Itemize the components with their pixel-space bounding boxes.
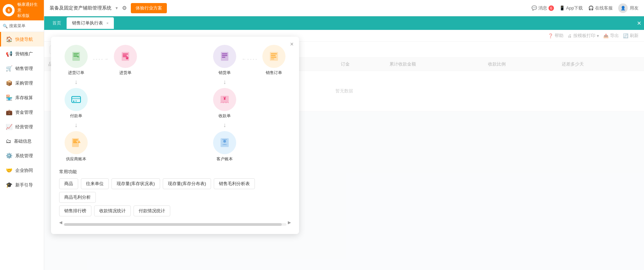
second-flow-col: 进货单 (108, 45, 142, 76)
panel-close-btn[interactable]: × (290, 41, 294, 48)
payment-icon: ¥ (70, 94, 82, 105)
logo-text-sub: 标准版 (17, 13, 41, 19)
user-area[interactable]: 👤 用友 (618, 3, 639, 13)
scroll-right-arrow[interactable]: ▶ (288, 220, 291, 225)
message-badge: 6 (549, 5, 554, 11)
tab-close-all-btn[interactable]: ✕ (637, 20, 641, 26)
supplier-account-icon (70, 137, 82, 148)
supplier-account-node[interactable]: 供应商账本 (65, 131, 88, 162)
sidebar-item-operations[interactable]: 📈 经营管理 (0, 120, 44, 134)
svg-point-23 (223, 140, 226, 143)
func-btn-sales-margin[interactable]: 销售毛利分析表 (214, 178, 255, 189)
svg-text:¥: ¥ (75, 100, 77, 103)
tab-bar: 首页 销售订单执行表 × ✕ (44, 16, 644, 30)
sales-bill-node[interactable]: 销货单 (213, 45, 236, 76)
service-icon: 🎧 (588, 5, 594, 11)
purchase-bill-node[interactable]: 进货单 (114, 45, 137, 76)
settings-icon[interactable]: ⚙ (122, 5, 127, 11)
svg-rect-11 (73, 140, 78, 140)
nav-label-guide: 新手引导 (15, 182, 33, 188)
sidebar-item-purchase[interactable]: 📦 采购管理 (0, 76, 44, 90)
func-btn-inventory-dist[interactable]: 现存量(库存分布表) (163, 178, 211, 189)
tab-close-btn[interactable]: × (106, 21, 108, 25)
search-label: 搜索菜单 (9, 23, 25, 29)
nav-label-enterprise: 企业协同 (15, 167, 33, 174)
nav-label-marketing: 营销推广 (15, 51, 33, 57)
svg-rect-17 (222, 53, 227, 54)
svg-rect-25 (271, 53, 277, 54)
arrow-v2: ↓ (223, 76, 226, 88)
nav-label-inventory: 库存核算 (15, 95, 33, 101)
app-download-btn[interactable]: 📱 App下载 (559, 5, 583, 11)
svg-rect-26 (271, 55, 276, 56)
func-btns-row2: 销售排行榜 收款情况统计 付款情况统计 (59, 205, 291, 216)
online-service-label: 在线客服 (595, 5, 613, 11)
arrow-v3: ↓ (75, 119, 78, 131)
receipt-bill-label: 收款单 (219, 113, 231, 119)
purchase-order-icon (70, 51, 82, 62)
sales-bill-circle (213, 45, 236, 68)
svg-rect-13 (73, 142, 77, 143)
nav-label-finance: 资金管理 (15, 109, 33, 115)
message-btn[interactable]: 💬 消息 6 (532, 5, 554, 11)
sales-order-icon (268, 51, 280, 62)
panel-scrollbar-row: ◀ ▶ (59, 219, 291, 226)
system-icon: ⚙️ (6, 152, 13, 159)
func-btn-goods[interactable]: 商品 (59, 178, 78, 189)
func-btn-sales-rank[interactable]: 销售排行榜 (59, 205, 91, 216)
sidebar-item-marketing[interactable]: 📢 营销推广 (0, 47, 44, 61)
sidebar: 6 畅康通好生意 标准版 🔍 搜索菜单 🏠 快捷导航 📢 营销推广 🛒 (0, 0, 44, 270)
sidebar-item-sales[interactable]: 🛒 销售管理 (0, 61, 44, 76)
func-btn-partners[interactable]: 往来单位 (81, 178, 109, 189)
third-flow-col: 销货单 ↓ ¥ (208, 45, 242, 162)
sidebar-item-system[interactable]: ⚙️ 系统管理 (0, 148, 44, 163)
supplier-account-label: 供应商账本 (66, 156, 86, 162)
trial-btn[interactable]: 体验行业方案 (131, 3, 167, 13)
expand-icon[interactable]: ▾ (116, 5, 118, 11)
sidebar-item-guide[interactable]: 🎓 新手引导 (0, 178, 44, 192)
purchase-icon: 📦 (6, 80, 13, 86)
svg-rect-12 (73, 141, 76, 142)
quick-guide-overlay: × (44, 30, 644, 270)
search-menu[interactable]: 🔍 搜索菜单 (0, 20, 44, 32)
func-btn-payment-stats[interactable]: 付款情况统计 (134, 205, 170, 216)
flow-diagram: 进货订单 ↓ ¥ (59, 45, 291, 162)
payment-label: 付款单 (70, 113, 82, 119)
operations-icon: 📈 (6, 124, 13, 130)
tab-sales-order-execution[interactable]: 销售订单执行表 × (67, 17, 114, 29)
func-btn-goods-margin[interactable]: 商品毛利分析 (59, 192, 96, 203)
arrow-h1-wrapper: - - - - → (93, 45, 108, 61)
tab-current-label: 销售订单执行表 (72, 20, 103, 26)
sales-order-node[interactable]: 销售订单 (262, 45, 285, 76)
online-service-btn[interactable]: 🎧 在线客服 (588, 5, 613, 11)
guide-icon: 🎓 (6, 182, 13, 188)
common-title: 常用功能 (59, 169, 291, 175)
brand-icon: 6 (5, 6, 13, 14)
func-btn-inventory-status[interactable]: 现存量(库存状况表) (111, 178, 160, 189)
svg-text:¥: ¥ (224, 96, 226, 101)
purchase-order-circle (65, 45, 88, 68)
payment-node[interactable]: ¥ 付款单 (65, 88, 88, 119)
sidebar-item-finance[interactable]: 💼 资金管理 (0, 105, 44, 120)
sidebar-item-inventory[interactable]: 🏪 库存核算 (0, 90, 44, 105)
sidebar-item-enterprise[interactable]: 🤝 企业协同 (0, 163, 44, 178)
receipt-bill-node[interactable]: ¥ 收款单 (213, 88, 236, 119)
logo-area: 6 畅康通好生意 标准版 (0, 0, 44, 20)
home-icon: 🏠 (6, 36, 13, 42)
top-bar-right: 💬 消息 6 📱 App下载 🎧 在线客服 👤 用友 (532, 3, 639, 13)
receipt-bill-circle: ¥ (213, 88, 236, 111)
sales-bill-icon (219, 51, 230, 62)
nav-label-quick: 快捷导航 (15, 36, 33, 42)
func-btn-receipt-stats[interactable]: 收款情况统计 (94, 205, 131, 216)
search-icon: 🔍 (3, 24, 8, 29)
purchase-order-node[interactable]: 进货订单 (65, 45, 88, 76)
customer-account-icon (219, 137, 230, 148)
sidebar-item-quick-nav[interactable]: 🏠 快捷导航 (0, 32, 44, 47)
panel-scrollbar[interactable] (64, 223, 286, 226)
logo-icon: 6 (3, 4, 15, 16)
sidebar-item-base-info[interactable]: 🗂 基础信息 (0, 134, 44, 148)
customer-account-node[interactable]: 客户账本 (213, 131, 236, 162)
scroll-left-arrow[interactable]: ◀ (59, 220, 62, 225)
finance-icon: 💼 (6, 109, 13, 115)
tab-home[interactable]: 首页 (47, 17, 67, 29)
